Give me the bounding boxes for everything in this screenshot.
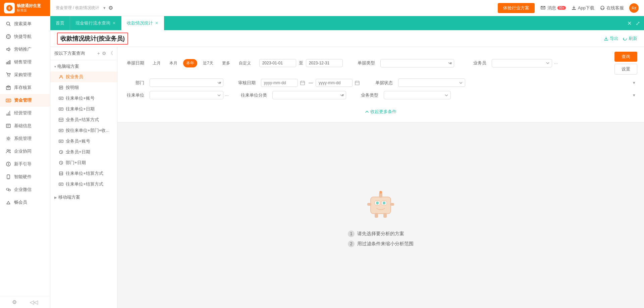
date-last-7days[interactable]: 近7天 <box>200 59 216 67</box>
schema-settings-icon[interactable]: ⚙ <box>102 51 106 56</box>
collapse-btn[interactable]: 收起更多条件 <box>362 106 399 117</box>
sidebar-item-smart-hw[interactable]: 智能硬件 <box>0 170 50 183</box>
export-btn[interactable]: 导出 <box>604 36 619 42</box>
schema-item-by-salesperson[interactable]: 按业务员 <box>50 71 117 82</box>
sidebar-item-sales[interactable]: 销售管理 <box>0 56 50 68</box>
salesperson-more-icon[interactable]: ··· <box>554 61 558 66</box>
audit-date-from-input[interactable] <box>261 79 298 87</box>
schema-item-dept-date[interactable]: 部门+日期 <box>50 157 117 168</box>
date-shortcuts: 上月 本月 本年 近7天 更多 自定义 <box>150 59 254 67</box>
schema-group-mobile-label: 移动端方案 <box>58 194 80 200</box>
date-custom[interactable]: 自定义 <box>236 59 254 67</box>
sidebar-item-system[interactable]: 系统管理 <box>0 132 50 145</box>
schema-item-partner-date[interactable]: 往来单位+日期 <box>50 104 117 114</box>
sidebar-item-quick-nav[interactable]: 快捷导航 <box>0 30 50 43</box>
sidebar-item-label: 系统管理 <box>14 136 32 142</box>
tab-receipt-stats[interactable]: 收款情况统计 ✕ <box>121 16 164 30</box>
doc-status-select[interactable] <box>398 79 465 87</box>
compass-icon <box>5 34 11 40</box>
sidebar-item-marketing[interactable]: 营销推广 <box>0 43 50 56</box>
sidebar-item-purchase[interactable]: 采购管理 <box>0 68 50 81</box>
gear-btn[interactable]: ⚙ <box>108 5 113 11</box>
schema-group-desktop-header[interactable]: ▾ 电脑端方案 <box>50 61 117 71</box>
sidebar-item-finance[interactable]: 资金管理 <box>0 94 50 107</box>
biz-type-label: 业务类型 <box>358 92 378 98</box>
tab-receipt-stats-close[interactable]: ✕ <box>155 21 158 25</box>
page-content: 收款情况统计(按业务员) 导出 刷新 按以下方案查 <box>50 30 644 308</box>
footer-collapse-icon[interactable]: ◁◁ <box>30 299 38 305</box>
page-title: 收款情况统计(按业务员) <box>57 33 128 45</box>
online-service-label: 在线客服 <box>606 5 624 11</box>
schema-item-label: 部门+日期 <box>66 160 86 166</box>
date-last-month[interactable]: 上月 <box>150 59 164 67</box>
breadcrumb-dropdown-icon[interactable]: ▾ <box>103 5 106 10</box>
partner-select[interactable] <box>150 91 223 99</box>
sidebar-item-inventory[interactable]: 库存核算 <box>0 81 50 94</box>
date-this-year[interactable]: 本年 <box>183 59 197 67</box>
schema-item-by-detail[interactable]: 按明细 <box>50 82 117 93</box>
tab-bank-flow-close[interactable]: ✕ <box>112 21 116 25</box>
sidebar-item-guide[interactable]: 新手引导 <box>0 158 50 170</box>
sidebar-item-operation[interactable]: 经营管理 <box>0 107 50 119</box>
empty-illustration <box>361 184 401 224</box>
schema-group-mobile-header[interactable]: ▶ 移动端方案 <box>50 192 117 202</box>
doc-type-select[interactable] <box>380 59 454 67</box>
tab-home[interactable]: 首页 <box>50 16 70 30</box>
schema-item-salesperson-date[interactable]: 业务员+日期 <box>50 147 117 157</box>
chart-icon <box>5 59 11 65</box>
app-download-btn[interactable]: App下载 <box>571 5 594 11</box>
schema-item-label: 往来单位+账号 <box>66 95 95 101</box>
dept-label: 部门 <box>124 80 144 86</box>
message-btn[interactable]: 消息 99+ <box>540 5 566 11</box>
sidebar-item-search[interactable]: 搜索菜单 <box>0 17 50 30</box>
schema-item-salesperson-account[interactable]: 业务员+账号 <box>50 136 117 147</box>
svg-rect-43 <box>379 193 382 198</box>
schema-item-partner-settle1[interactable]: 往来单位+结算方式 <box>50 168 117 179</box>
tab-bank-flow[interactable]: 现金银行流水查询 ✕ <box>70 16 121 30</box>
sidebar-item-label: 企业微信 <box>14 187 32 193</box>
user-avatar[interactable]: Rit <box>629 3 639 13</box>
schema-item-partner-settle2[interactable]: 往来单位+结算方式 <box>50 179 117 190</box>
tab-maximize-icon[interactable]: ⤢ <box>636 20 640 27</box>
salesperson-select[interactable] <box>492 59 552 67</box>
list-icon <box>5 123 11 129</box>
date-more[interactable]: 更多 <box>219 59 233 67</box>
add-schema-btn[interactable]: + <box>97 51 100 56</box>
sidebar: 6 畅捷通好生意 标准版 搜索菜单 快捷导航 <box>0 0 50 308</box>
audit-date-to-input[interactable] <box>316 79 353 87</box>
svg-point-16 <box>9 150 10 151</box>
team-icon <box>5 148 11 154</box>
doc-status-dropdown-icon: ▾ <box>633 80 635 85</box>
date-from-input[interactable]: 2023-01-01 <box>259 59 296 67</box>
partner-category-select[interactable] <box>272 91 346 99</box>
sidebar-item-enterprise[interactable]: 企业协同 <box>0 145 50 158</box>
query-btn[interactable]: 查询 <box>614 52 637 62</box>
schema-item-salesperson-settle[interactable]: 业务员+结算方式 <box>50 114 117 125</box>
sidebar-item-label: 库存核算 <box>14 85 32 91</box>
biz-type-select[interactable] <box>384 91 451 99</box>
salesperson-settle-icon <box>58 117 64 122</box>
trial-btn[interactable]: 体验行业方案 <box>498 3 535 13</box>
date-this-month[interactable]: 本月 <box>166 59 180 67</box>
tab-close-all-icon[interactable]: ✕ <box>627 20 632 27</box>
footer-settings-icon[interactable]: ⚙ <box>12 299 17 305</box>
settings-btn[interactable]: 设置 <box>614 64 637 74</box>
sidebar-item-label: 畅会员 <box>14 199 27 205</box>
refresh-btn[interactable]: 刷新 <box>623 36 637 42</box>
sidebar-item-member[interactable]: 畅会员 <box>0 196 50 209</box>
empty-tip-2: 2 用过滤条件来缩小分析范围 <box>348 241 414 247</box>
schema-group-desktop-label: 电脑端方案 <box>57 63 79 69</box>
online-service-btn[interactable]: 在线客服 <box>600 5 624 11</box>
schema-item-partner-account[interactable]: 往来单位+账号 <box>50 93 117 104</box>
dept-select[interactable] <box>150 79 223 87</box>
tab-receipt-stats-label: 收款情况统计 <box>127 20 153 26</box>
tab-bar-actions: ✕ ⤢ <box>623 16 644 30</box>
sidebar-item-basic-info[interactable]: 基础信息 <box>0 119 50 132</box>
partner-more-btn[interactable]: ··· <box>225 93 229 98</box>
schema-collapse-icon[interactable]: 《 <box>108 50 113 56</box>
sidebar-item-wechat[interactable]: 企业微信 <box>0 183 50 196</box>
svg-point-41 <box>376 202 379 204</box>
date-to-input[interactable]: 2023-12-31 <box>306 59 343 67</box>
schema-item-partner-dept-receipt[interactable]: 按往来单位+部门+收... <box>50 125 117 136</box>
svg-text:6: 6 <box>8 6 10 10</box>
